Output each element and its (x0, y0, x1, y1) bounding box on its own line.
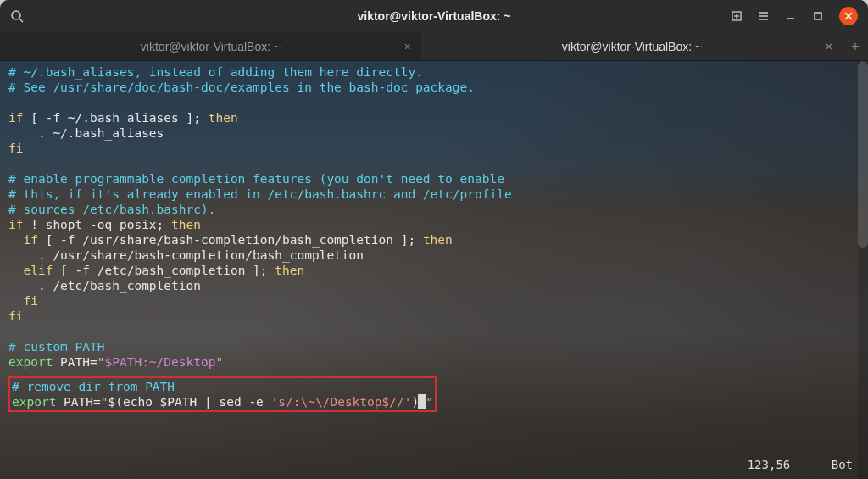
svg-point-0 (12, 11, 20, 19)
minimize-button[interactable] (785, 10, 797, 22)
close-icon[interactable]: × (404, 40, 411, 53)
window-title: viktor@viktor-VirtualBox: ~ (357, 9, 510, 23)
highlighted-region: # remove dir from PATH export PATH="$(ec… (8, 376, 437, 412)
close-button[interactable] (839, 7, 858, 25)
svg-rect-9 (815, 13, 821, 19)
cursor-position: 123,56 (748, 458, 791, 471)
menu-icon[interactable] (758, 10, 770, 22)
tab-label: viktor@viktor-VirtualBox: ~ (141, 40, 281, 53)
new-tab-icon[interactable] (731, 10, 743, 22)
scroll-location: Bot (832, 458, 853, 471)
maximize-button[interactable] (812, 10, 824, 22)
tab-label: viktor@viktor-VirtualBox: ~ (562, 40, 702, 53)
window-controls (731, 7, 858, 25)
terminal-content[interactable]: # ~/.bash_aliases, instead of adding the… (0, 61, 868, 479)
tab-2[interactable]: viktor@viktor-VirtualBox: ~ × (421, 32, 843, 60)
svg-line-1 (19, 19, 23, 22)
vim-statusbar: 123,56 Bot (714, 457, 853, 472)
new-tab-button[interactable]: + (843, 32, 868, 60)
scrollbar-thumb[interactable] (858, 61, 868, 248)
tabbar: viktor@viktor-VirtualBox: ~ × viktor@vik… (0, 32, 868, 61)
search-icon[interactable] (10, 9, 24, 23)
tab-1[interactable]: viktor@viktor-VirtualBox: ~ × (0, 32, 421, 60)
scrollbar[interactable] (858, 61, 868, 479)
titlebar: viktor@viktor-VirtualBox: ~ (0, 0, 868, 32)
cursor (418, 394, 426, 409)
editor-text: # ~/.bash_aliases, instead of adding the… (0, 61, 868, 479)
terminal-window: viktor@viktor-VirtualBox: ~ (0, 0, 868, 479)
close-icon[interactable]: × (826, 40, 832, 53)
